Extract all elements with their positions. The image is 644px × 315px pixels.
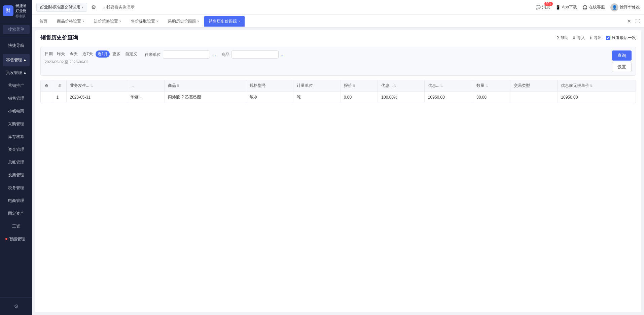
tab-sales-history-close-icon[interactable]: × [238, 20, 240, 23]
online-service-button[interactable]: 🎧 在线客服 [582, 4, 605, 10]
tab-price-close-icon[interactable]: × [82, 20, 84, 23]
th-price[interactable]: 报价 ⇅ [340, 80, 378, 92]
sidebar-item-ecom-small[interactable]: 小畅电商 [3, 105, 30, 117]
tab-purchase-strategy[interactable]: 进价策略设置 × [90, 16, 126, 27]
th-pretax-price[interactable]: 优惠前无税单价 ⇅ [558, 80, 636, 92]
sidebar-item-assets-label: 固定资产 [5, 211, 27, 216]
th-quantity-sort[interactable]: 数量 ⇅ [476, 83, 488, 89]
tab-purchase-strategy-close-icon[interactable]: × [119, 20, 121, 23]
th-pretax-price-sort-icon: ⇅ [590, 84, 593, 88]
sidebar-item-ledger[interactable]: 总账管理 [3, 156, 30, 169]
data-table: ⚙ # 业务发生... ⇅ ... 商品 ⇅ [41, 80, 636, 103]
expand-icon-wholesale: ▲ [23, 70, 27, 75]
tab-sales-history[interactable]: 销售历史价跟踪 × [204, 16, 245, 27]
tab-purchase-history[interactable]: 采购历史价跟踪 × [164, 16, 204, 27]
sidebar-logo: 财 畅捷通好业财 标准版 [0, 0, 32, 22]
sidebar-item-invoice[interactable]: 发票管理 [3, 169, 30, 181]
demo-button[interactable]: ○ 我要看实例演示 [100, 3, 137, 11]
sidebar-item-retail[interactable]: 零售管理 ▲ [3, 54, 30, 66]
last-once-checkbox[interactable] [606, 36, 610, 40]
help-icon: ? [557, 36, 559, 40]
tab-price[interactable]: 商品价格设置 × [52, 16, 89, 27]
sidebar-item-purchase[interactable]: 采购管理 [3, 118, 30, 130]
date-last1m-btn[interactable]: 近1月 [96, 50, 110, 58]
tab-purchase-history-close-icon[interactable]: × [198, 20, 200, 23]
source-unit-dots[interactable]: ... [212, 52, 216, 57]
sidebar-item-retail-label: 零售管理 [5, 57, 23, 63]
topbar: 好业财标准版交付试用 ▾ ⚙ ○ 我要看实例演示 💬 消息 99+ 📱 App下… [32, 0, 644, 15]
cell-discount1: 100.00% [378, 92, 425, 103]
sidebar-item-wholesale[interactable]: 批发管理 ▲ [3, 67, 30, 79]
tab-close-all-button[interactable]: ✕ [626, 17, 633, 25]
app-download-icon: 📱 [556, 5, 561, 10]
tab-sales-history-label: 销售历史价跟踪 [209, 19, 237, 24]
export-link[interactable]: ⬆ 导出 [589, 35, 602, 41]
expand-icon-retail: ▲ [23, 58, 27, 62]
sidebar-item-finance[interactable]: 资金管理 [3, 143, 30, 156]
table-body: 12023-05-31华迹...丙烯酸-2-乙基己酯散水吨0.00100.00%… [41, 92, 636, 103]
cell-quantity: 30.00 [473, 92, 510, 103]
cell-spec: 散水 [246, 92, 293, 103]
sidebar-item-payroll[interactable]: 工资 [3, 220, 30, 233]
date-filter-group: 日期 昨天 今天 近7天 近1月 更多 自定义 [45, 50, 139, 58]
search-menu-button[interactable]: 搜索菜单 [3, 25, 30, 34]
th-biz-date-sort[interactable]: 业务发生... ⇅ [70, 83, 93, 89]
sidebar-item-sales[interactable]: 销售管理 [3, 92, 30, 105]
tab-purchase-strategy-label: 进价策略设置 [94, 19, 118, 24]
app-download-button[interactable]: 📱 App下载 [556, 4, 577, 10]
sidebar-item-tax-label: 税务管理 [5, 185, 27, 191]
import-label: 导入 [577, 35, 585, 41]
version-selector[interactable]: 好业财标准版交付试用 ▾ [36, 3, 87, 12]
table-header-row: ⚙ # 业务发生... ⇅ ... 商品 ⇅ [41, 80, 636, 92]
product-input[interactable] [231, 50, 279, 59]
tab-home[interactable]: 首页 [35, 16, 52, 27]
th-discount1[interactable]: 优惠... ⇅ [378, 80, 425, 92]
date-today-btn[interactable]: 今天 [68, 50, 80, 58]
th-pretax-price-sort[interactable]: 优惠前无税单价 ⇅ [561, 83, 593, 89]
filter-bar: 日期 昨天 今天 近7天 近1月 更多 自定义 2023-05-02 至 202… [40, 47, 636, 76]
source-unit-filter-group: 往来单位 ... [145, 50, 216, 59]
date-last7-btn[interactable]: 近7天 [80, 50, 95, 58]
tab-expand-button[interactable]: ⛶ [634, 17, 641, 25]
page-title: 销售历史价查询 [40, 34, 78, 41]
sidebar-item-ecom[interactable]: 电商管理 [3, 195, 30, 207]
query-button[interactable]: 查询 [612, 50, 632, 61]
help-link[interactable]: ? 帮助 [557, 35, 568, 41]
date-yesterday-btn[interactable]: 昨天 [55, 50, 67, 58]
tab-sale-extract-close-icon[interactable]: × [156, 20, 158, 23]
th-product-sort[interactable]: 商品 ⇅ [168, 83, 179, 89]
sidebar-item-marketing[interactable]: 营销推广 [3, 79, 30, 92]
date-more-btn[interactable]: 更多 [110, 50, 122, 58]
user-menu-button[interactable]: 👤 徐泽华修改 [610, 3, 640, 11]
th-biz-date[interactable]: 业务发生... ⇅ [66, 80, 127, 92]
date-custom-btn[interactable]: 自定义 [123, 50, 139, 58]
messages-button[interactable]: 💬 消息 99+ [536, 4, 550, 10]
th-product[interactable]: 商品 ⇅ [165, 80, 246, 92]
th-discount2-sort[interactable]: 优惠... ⇅ [428, 83, 443, 89]
help-label: 帮助 [560, 35, 568, 41]
sidebar-item-tax[interactable]: 税务管理 [3, 182, 30, 194]
th-discount2[interactable]: 优惠... ⇅ [424, 80, 473, 92]
source-unit-input[interactable] [163, 50, 210, 59]
last-once-checkbox-label[interactable]: 只看最后一次 [606, 35, 636, 41]
sidebar-item-inventory[interactable]: 库存核算 [3, 131, 30, 143]
setting-button[interactable]: 设置 [612, 62, 632, 72]
th-quantity[interactable]: 数量 ⇅ [473, 80, 510, 92]
version-chevron-icon: ▾ [82, 5, 83, 9]
sidebar-item-assets[interactable]: 固定资产 [3, 207, 30, 220]
sidebar-item-quicknav[interactable]: 快捷导航 [3, 39, 30, 52]
product-filter-group: 商品 ... [221, 50, 285, 59]
sidebar-item-invoice-label: 发票管理 [5, 172, 27, 178]
topbar-gear-button[interactable]: ⚙ [90, 3, 97, 12]
sidebar: 财 畅捷通好业财 标准版 搜索菜单 快捷导航 零售管理 ▲ 批发管理 ▲ 营销推… [0, 0, 32, 315]
sidebar-settings-button[interactable]: ⚙ [1, 301, 31, 312]
sidebar-item-finance-label: 资金管理 [5, 147, 27, 152]
export-icon: ⬆ [589, 36, 593, 40]
tab-sale-extract[interactable]: 售价提取设置 × [127, 16, 163, 27]
sidebar-item-purchase-label: 采购管理 [5, 121, 27, 127]
th-price-sort[interactable]: 报价 ⇅ [344, 83, 355, 89]
product-dots[interactable]: ... [281, 52, 285, 57]
sidebar-item-smart[interactable]: 智能管理 [3, 233, 30, 245]
import-link[interactable]: ⬇ 导入 [572, 35, 585, 41]
th-discount1-sort[interactable]: 优惠... ⇅ [381, 83, 396, 89]
